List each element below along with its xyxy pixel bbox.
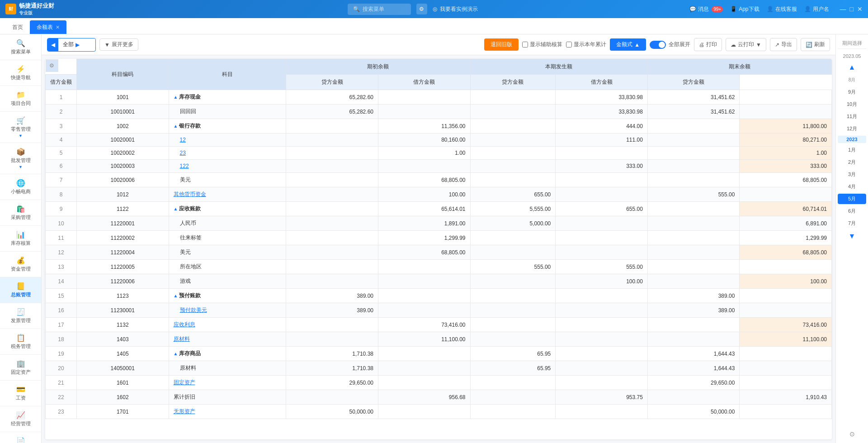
sidebar-item-tax[interactable]: 📋 税务管理 [0, 329, 41, 355]
app-download-btn[interactable]: 📱 App下载 [730, 5, 759, 13]
table-settings-icon[interactable]: ⚙ [46, 59, 58, 72]
period-2[interactable]: 2月 [838, 157, 866, 167]
settings-icon[interactable]: ⚙ [416, 4, 427, 14]
period-6[interactable]: 6月 [838, 206, 866, 216]
table-row: 221602累计折旧956.68953.751,910.43 [46, 390, 832, 405]
period-3[interactable]: 3月 [838, 169, 866, 180]
table-row: 1611230001预付款美元389.00389.00 [46, 303, 832, 318]
tab-home[interactable]: 首页 [5, 20, 30, 34]
sidebar-item-search[interactable]: 🔍 搜索菜单 [0, 34, 41, 60]
sidebar-item-wholesale[interactable]: 📦 批发管理 ▼ [0, 143, 41, 174]
cell-credit-end [740, 187, 832, 202]
sidebar-item-quicknav[interactable]: ⚡ 快捷导航 [0, 60, 41, 86]
demo-link[interactable]: ◎ 我要看实例演示 [433, 5, 478, 13]
cell-subject[interactable]: 无形资产 [169, 405, 286, 419]
cell-credit-end: 100.00 [740, 274, 832, 289]
message-btn[interactable]: 💬 消息 99+ [689, 5, 723, 13]
show-assist-input[interactable] [522, 42, 528, 48]
sidebar-item-retail[interactable]: 🛒 零售管理 ▼ [0, 112, 41, 143]
refresh-btn[interactable]: 🔄 刷新 [801, 38, 830, 51]
cell-code: 10020002 [77, 147, 169, 160]
period-12[interactable]: 12月 [838, 124, 866, 134]
sidebar-item-salary[interactable]: 💳 工资 [0, 381, 41, 406]
sidebar-item-operation[interactable]: 📈 经营管理 [0, 406, 41, 432]
cell-credit-begin: 100.00 [378, 187, 470, 202]
cell-subject[interactable]: 12 [169, 133, 286, 147]
sidebar-item-purchase[interactable]: 🛍️ 采购管理 [0, 200, 41, 226]
period-nav-down[interactable]: ▼ [838, 230, 866, 242]
filter-back-btn[interactable]: ◀ [47, 38, 58, 51]
cell-subject[interactable]: 原材料 [169, 332, 286, 347]
inventory-icon: 📊 [3, 230, 38, 239]
cell-num: 18 [46, 332, 77, 347]
sidebar-item-ecommerce[interactable]: 🌐 小畅电商 [0, 174, 41, 200]
show-year-checkbox[interactable]: 显示本年累计 [566, 41, 606, 48]
capital-icon: 💰 [3, 256, 38, 265]
cloud-print-btn[interactable]: ☁ 云打印 ▼ [726, 38, 766, 51]
sidebar-ecommerce-label: 小畅电商 [3, 188, 38, 195]
cell-subject[interactable]: 23 [169, 147, 286, 160]
sidebar-item-report[interactable]: 📄 小畅报销 [0, 432, 41, 443]
content-area: ◀ 全部 ▶ ▼ 展开更多 退回旧版 显示辅助核算 显示本年累计 [42, 34, 835, 443]
period-7[interactable]: 7月 [838, 218, 866, 229]
cell-credit-begin: 73,416.00 [378, 318, 470, 332]
filter-select[interactable]: 全部 ▶ [59, 39, 95, 50]
cell-num: 3 [46, 119, 77, 133]
sidebar-item-ledger[interactable]: 📒 总账管理 [0, 277, 41, 303]
format-btn[interactable]: 金额式 ▲ [610, 38, 646, 51]
online-service-btn[interactable]: 👤 在线客服 [767, 5, 797, 13]
cell-subject: ▲ 库存商品 [169, 347, 286, 361]
period-1[interactable]: 1月 [838, 145, 866, 155]
balance-table: ⚙ 科目编码 科目 期初余额 本期发生额 期末余额 借方金额 贷方金额 借方金额… [45, 59, 832, 419]
print-btn[interactable]: 🖨 打印 [694, 38, 722, 51]
period-collapse-btn[interactable]: ⊙ [838, 429, 866, 439]
cell-debit-begin [286, 260, 378, 274]
period-9[interactable]: 9月 [838, 87, 866, 97]
cell-num: 21 [46, 376, 77, 390]
sidebar-item-assets[interactable]: 🏢 固定资产 [0, 355, 41, 381]
cell-debit-cur [470, 160, 556, 173]
period-5[interactable]: 5月 [838, 194, 866, 204]
expand-toggle-switch[interactable] [650, 41, 666, 49]
sidebar-item-inventory[interactable]: 📊 库存核算 [0, 226, 41, 252]
period-10[interactable]: 10月 [838, 99, 866, 110]
sidebar-item-invoice[interactable]: 🧾 发票管理 [0, 303, 41, 329]
period-4[interactable]: 4月 [838, 181, 866, 192]
back-old-version-btn[interactable]: 退回旧版 [484, 38, 519, 51]
table-row: 31002▲ 银行存款11,356.00444.0011,800.00 [46, 119, 832, 133]
period-11[interactable]: 11月 [838, 111, 866, 122]
user-avatar[interactable]: 👤 用户名 [804, 5, 829, 13]
table-row: 210010001回回回65,282.6033,830.9831,451.62 [46, 105, 832, 119]
search-box[interactable]: 🔍 搜索菜单 [348, 4, 411, 15]
cell-debit-end: 389.00 [647, 303, 740, 318]
window-minimize[interactable]: — [840, 5, 846, 13]
export-btn[interactable]: ↗ 导出 [770, 38, 797, 51]
show-assist-checkbox[interactable]: 显示辅助核算 [522, 41, 562, 48]
logo-icon: 财 [5, 4, 16, 14]
cell-credit-end [740, 90, 832, 105]
window-close[interactable]: ✕ [857, 5, 863, 13]
cell-subject[interactable]: 应收利息 [169, 318, 286, 332]
cell-debit-cur: 5,555.00 [470, 202, 556, 216]
period-nav-up[interactable]: ▲ [838, 62, 866, 73]
cell-subject[interactable]: 122 [169, 160, 286, 173]
expand-toggle[interactable]: 全部展开 [650, 41, 690, 49]
cell-credit-begin: 68,805.00 [378, 173, 470, 187]
show-year-input[interactable] [566, 42, 572, 48]
tab-close-icon[interactable]: ✕ [56, 24, 60, 30]
cell-subject[interactable]: 其他货币资金 [169, 187, 286, 202]
cell-subject: 所在地区 [169, 260, 286, 274]
sidebar-item-project[interactable]: 📁 项目合同 [0, 86, 41, 112]
window-maximize[interactable]: □ [850, 5, 854, 13]
sidebar-capital-label: 资金管理 [3, 266, 38, 272]
cell-code: 11230001 [77, 303, 169, 318]
cell-subject[interactable]: 固定资产 [169, 376, 286, 390]
cell-credit-cur: 555.00 [556, 260, 648, 274]
cell-debit-begin: 389.00 [286, 289, 378, 303]
cell-subject[interactable]: 预付款美元 [169, 303, 286, 318]
tab-balance[interactable]: 余额表 ✕ [30, 20, 66, 34]
cell-credit-end [740, 105, 832, 119]
expand-btn[interactable]: ▼ 展开更多 [99, 38, 138, 51]
header-debit-end: 借方金额 [556, 75, 648, 90]
sidebar-item-capital[interactable]: 💰 资金管理 [0, 252, 41, 277]
